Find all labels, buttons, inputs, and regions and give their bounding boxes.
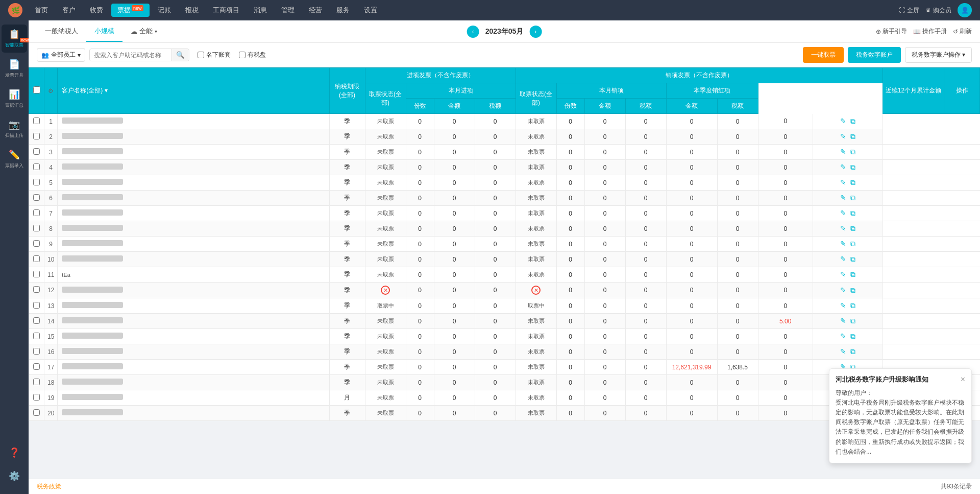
- copy-btn[interactable]: ⧉: [850, 301, 855, 310]
- prev-month-btn[interactable]: ‹: [467, 26, 479, 38]
- copy-btn[interactable]: ⧉: [850, 347, 855, 356]
- sidebar-item-open-invoice[interactable]: 📄 发票开具: [2, 55, 27, 83]
- copy-btn[interactable]: ⧉: [850, 178, 855, 186]
- sidebar-item-summary[interactable]: 📊 票据汇总: [2, 85, 27, 113]
- edit-btn[interactable]: ✎: [840, 132, 846, 140]
- tab-all[interactable]: ☁全能▾: [122, 21, 165, 42]
- copy-btn[interactable]: ⧉: [850, 240, 855, 248]
- copy-btn[interactable]: ⧉: [850, 132, 855, 140]
- row-checkbox[interactable]: [33, 394, 40, 401]
- edit-btn[interactable]: ✎: [840, 286, 846, 294]
- row-checkbox[interactable]: [33, 271, 40, 277]
- nav-service[interactable]: 服务: [330, 4, 356, 17]
- search-input[interactable]: [90, 50, 172, 61]
- next-month-btn[interactable]: ›: [529, 26, 542, 38]
- copy-btn[interactable]: ⧉: [850, 332, 855, 340]
- td-checkbox[interactable]: [29, 252, 44, 267]
- edit-btn[interactable]: ✎: [840, 178, 846, 186]
- copy-btn[interactable]: ⧉: [850, 317, 855, 325]
- td-checkbox[interactable]: [29, 160, 44, 175]
- sidebar-item-scan[interactable]: 📷 扫描上传: [2, 115, 27, 143]
- row-checkbox[interactable]: [33, 255, 40, 262]
- sidebar-item-help[interactable]: ❓: [2, 443, 27, 462]
- td-checkbox[interactable]: [29, 360, 44, 375]
- edit-btn[interactable]: ✎: [840, 209, 846, 217]
- td-checkbox[interactable]: [29, 129, 44, 145]
- column-settings-icon[interactable]: ⚙: [48, 87, 54, 95]
- refresh-btn[interactable]: ↺ 刷新: [953, 27, 972, 36]
- row-checkbox[interactable]: [33, 225, 40, 231]
- sidebar-item-smart-fetch[interactable]: 📋 智能取票new: [2, 25, 27, 53]
- employee-select[interactable]: 👥 全部员工 ▾: [37, 48, 85, 62]
- row-checkbox[interactable]: [33, 179, 40, 185]
- td-checkbox[interactable]: [29, 344, 44, 360]
- nav-operation[interactable]: 经营: [303, 4, 328, 17]
- edit-btn[interactable]: ✎: [840, 163, 846, 171]
- edit-btn[interactable]: ✎: [840, 270, 846, 278]
- checkbox-account-set[interactable]: 名下账套: [198, 51, 231, 59]
- td-checkbox[interactable]: [29, 237, 44, 252]
- row-checkbox[interactable]: [33, 302, 40, 309]
- row-checkbox[interactable]: [33, 117, 40, 124]
- edit-btn[interactable]: ✎: [840, 347, 846, 356]
- row-checkbox[interactable]: [33, 209, 40, 216]
- edit-btn[interactable]: ✎: [840, 332, 846, 340]
- popup-close-btn[interactable]: ×: [961, 375, 965, 384]
- td-checkbox[interactable]: [29, 298, 44, 314]
- row-checkbox[interactable]: [33, 148, 40, 155]
- td-checkbox[interactable]: [29, 283, 44, 298]
- select-all-checkbox[interactable]: [33, 86, 40, 93]
- quick-fetch-button[interactable]: 一键取票: [803, 47, 844, 63]
- row-checkbox[interactable]: [33, 409, 40, 416]
- search-button[interactable]: 🔍: [172, 49, 189, 61]
- td-checkbox[interactable]: [29, 329, 44, 344]
- row-checkbox[interactable]: [33, 348, 40, 355]
- row-checkbox[interactable]: [33, 333, 40, 339]
- copy-btn[interactable]: ⧉: [850, 163, 855, 171]
- edit-btn[interactable]: ✎: [840, 301, 846, 310]
- tax-digital-button[interactable]: 税务数字账户: [848, 47, 901, 63]
- nav-settings[interactable]: 设置: [358, 4, 383, 17]
- nav-tax[interactable]: 报税: [179, 4, 205, 17]
- copy-btn[interactable]: ⧉: [850, 255, 855, 263]
- edit-btn[interactable]: ✎: [840, 317, 846, 325]
- checkbox-tax-disk[interactable]: 有税盘: [239, 51, 266, 59]
- fullscreen-btn[interactable]: ⛶ 全屏: [899, 6, 919, 15]
- nav-customer[interactable]: 客户: [56, 4, 82, 17]
- copy-btn[interactable]: ⧉: [850, 117, 855, 125]
- td-checkbox[interactable]: [29, 175, 44, 191]
- td-checkbox[interactable]: [29, 191, 44, 206]
- td-checkbox[interactable]: [29, 314, 44, 329]
- nav-home[interactable]: 首页: [29, 4, 54, 17]
- row-checkbox[interactable]: [33, 317, 40, 324]
- td-checkbox[interactable]: [29, 221, 44, 237]
- new-guide-btn[interactable]: ⊕ 新手引导: [876, 27, 907, 36]
- edit-btn[interactable]: ✎: [840, 224, 846, 232]
- td-checkbox[interactable]: [29, 145, 44, 160]
- user-avatar[interactable]: 👤: [958, 3, 972, 17]
- tax-policy-link[interactable]: 税务政策: [37, 482, 61, 491]
- row-checkbox[interactable]: [33, 286, 40, 293]
- sidebar-item-settings[interactable]: ⚙️: [2, 466, 27, 486]
- tab-small-scale[interactable]: 小规模: [86, 21, 122, 42]
- td-checkbox[interactable]: [29, 375, 44, 390]
- tab-general[interactable]: 一般纳税人: [37, 21, 86, 42]
- edit-btn[interactable]: ✎: [840, 240, 846, 248]
- copy-btn[interactable]: ⧉: [850, 286, 855, 294]
- nav-invoice[interactable]: 票据new: [111, 4, 150, 17]
- copy-btn[interactable]: ⧉: [850, 270, 855, 278]
- checkbox-tax-disk-input[interactable]: [239, 52, 246, 58]
- edit-btn[interactable]: ✎: [840, 194, 846, 202]
- row-checkbox[interactable]: [33, 194, 40, 201]
- sidebar-item-entry[interactable]: ✏️ 票据录入: [2, 145, 27, 173]
- member-btn[interactable]: ♛ 购会员: [925, 6, 951, 15]
- tax-ops-button[interactable]: 税务数字账户操作 ▾: [905, 47, 972, 63]
- nav-billing[interactable]: 收费: [84, 4, 109, 17]
- row-checkbox[interactable]: [33, 240, 40, 247]
- row-checkbox[interactable]: [33, 363, 40, 370]
- edit-btn[interactable]: ✎: [840, 255, 846, 263]
- td-checkbox[interactable]: [29, 114, 44, 129]
- copy-btn[interactable]: ⧉: [850, 194, 855, 202]
- copy-btn[interactable]: ⧉: [850, 148, 855, 156]
- edit-btn[interactable]: ✎: [840, 117, 846, 125]
